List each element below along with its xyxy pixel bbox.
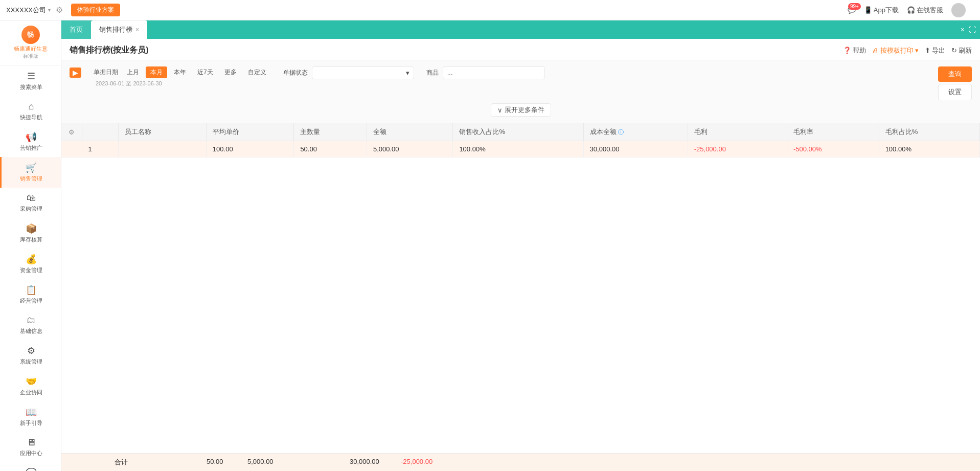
- sidebar-item-wechat[interactable]: 💬 企业微信: [0, 462, 61, 471]
- sidebar-label-app-center: 应用中心: [20, 450, 42, 457]
- sidebar-label-system: 系统管理: [20, 358, 42, 366]
- table-header-row: ⚙ 员工名称 平均单价 主数量 全额 销售收入占比% 成本全额 ⓘ 毛利 毛利率…: [61, 123, 980, 141]
- date-tab-more[interactable]: 更多: [220, 66, 241, 78]
- operation-icon: 📋: [26, 284, 37, 296]
- cost-amount-info-icon[interactable]: ⓘ: [618, 129, 624, 135]
- filter-toggle-icon[interactable]: ▶: [70, 68, 81, 78]
- cooperation-icon: 🤝: [26, 376, 37, 387]
- app-center-icon: 🖥: [27, 437, 36, 448]
- cell-settings: [61, 141, 82, 158]
- company-selector[interactable]: XXXXXX公司 ▾: [6, 6, 51, 15]
- top-bar-right: 💬 99+ 📱 App下载 🎧 在线客服: [848, 3, 974, 17]
- col-gross-pct: 毛利占比%: [879, 123, 979, 141]
- table-footer: 合计 50.00 5,000.00 30,000.00 -25,000.00: [61, 453, 980, 471]
- date-tab-last-month[interactable]: 上月: [122, 66, 144, 78]
- gear-icon[interactable]: ⚙: [56, 5, 63, 15]
- col-rank: [82, 123, 119, 141]
- export-action[interactable]: ⬆ 导出: [925, 46, 945, 55]
- sidebar-item-marketing[interactable]: 📢 营销推广: [0, 126, 61, 157]
- sidebar-item-purchase[interactable]: 🛍 采购管理: [0, 188, 61, 218]
- guide-icon: 📖: [26, 407, 37, 418]
- date-tab-7days[interactable]: 近7天: [193, 66, 218, 78]
- top-bar: XXXXXX公司 ▾ ⚙ 体验行业方案 💬 99+ 📱 App下载 🎧 在线客服: [0, 0, 980, 20]
- avatar[interactable]: [951, 3, 966, 17]
- date-tab-this-month[interactable]: 本月: [146, 66, 167, 78]
- sidebar: 畅 畅康通好生意 标准版 ☰ 搜索菜单 ⌂ 快捷导航 📢 营销推广 🛒 销售管理…: [0, 20, 61, 471]
- sidebar-label-sales: 销售管理: [20, 175, 42, 183]
- export-label: 导出: [932, 46, 945, 55]
- sidebar-item-basic-info[interactable]: 🗂 基础信息: [0, 310, 61, 340]
- sidebar-item-sales[interactable]: 🛒 销售管理: [0, 157, 61, 188]
- expand-label: 展开更多条件: [505, 105, 544, 115]
- date-tab-custom[interactable]: 自定义: [243, 66, 271, 78]
- col-main-qty: 主数量: [294, 123, 367, 141]
- tab-home[interactable]: 首页: [61, 20, 91, 39]
- refresh-icon: ↻: [951, 47, 957, 54]
- window-expand-icon[interactable]: ⛶: [969, 26, 976, 34]
- app-download-label: App下载: [874, 6, 899, 15]
- refresh-action[interactable]: ↻ 刷新: [951, 46, 972, 55]
- status-filter-group: 单据状态 ▾: [283, 66, 414, 79]
- settings-button[interactable]: 设置: [938, 84, 972, 100]
- message-icon-wrap[interactable]: 💬 99+: [848, 6, 856, 14]
- goods-input-placeholder: ...: [447, 69, 453, 77]
- search-menu-icon: ☰: [27, 71, 35, 82]
- sidebar-item-guide[interactable]: 📖 新手引导: [0, 401, 61, 432]
- footer-rank: [88, 458, 108, 467]
- sidebar-item-finance[interactable]: 💰 资金管理: [0, 249, 61, 279]
- date-tab-this-year[interactable]: 本年: [169, 66, 191, 78]
- date-filter-row: 单据日期 上月 本月 本年 近7天 更多 自定义: [94, 66, 271, 78]
- sidebar-item-inventory[interactable]: 📦 库存核算: [0, 218, 61, 249]
- status-select[interactable]: ▾: [312, 66, 414, 79]
- window-close-icon[interactable]: ×: [961, 26, 965, 34]
- help-action[interactable]: ❓ 帮助: [843, 46, 866, 55]
- sidebar-item-app-center[interactable]: 🖥 应用中心: [0, 432, 61, 462]
- col-settings[interactable]: ⚙: [61, 123, 82, 141]
- date-range-text: 2023-06-01 至 2023-06-30: [96, 80, 162, 86]
- sidebar-label-operation: 经营管理: [20, 297, 42, 305]
- export-icon: ⬆: [925, 47, 930, 54]
- goods-input[interactable]: ...: [443, 66, 545, 79]
- cell-cost-amount: 30,000.00: [583, 141, 688, 158]
- sidebar-item-search-orders[interactable]: ☰ 搜索菜单: [0, 65, 61, 96]
- logo-sub: 标准版: [23, 53, 38, 60]
- page-title: 销售排行榜(按业务员): [70, 45, 149, 56]
- expand-row: ∨ 展开更多条件: [70, 100, 972, 117]
- refresh-label: 刷新: [959, 46, 972, 55]
- tab-close-icon[interactable]: ×: [135, 26, 139, 33]
- cell-rank: 1: [82, 141, 119, 158]
- date-filter-group: 单据日期 上月 本月 本年 近7天 更多 自定义 2023-06-0: [94, 66, 271, 87]
- sidebar-item-operation[interactable]: 📋 经营管理: [0, 279, 61, 310]
- sidebar-label-cooperation: 企业协同: [20, 389, 42, 396]
- print-action[interactable]: 🖨 按模板打印 ▾: [872, 46, 919, 55]
- sidebar-label-quick-nav: 快捷导航: [20, 114, 42, 121]
- trial-button[interactable]: 体验行业方案: [71, 4, 120, 16]
- col-cost-amount: 成本全额 ⓘ: [583, 123, 688, 141]
- sales-ranking-tab-label: 销售排行榜: [99, 25, 132, 34]
- print-label: 按模板打印: [880, 46, 914, 55]
- date-filter-label: 单据日期: [94, 68, 118, 77]
- expand-conditions-button[interactable]: ∨ 展开更多条件: [491, 103, 551, 117]
- sidebar-logo: 畅 畅康通好生意 标准版: [0, 20, 61, 65]
- col-avg-price: 平均单价: [206, 123, 294, 141]
- sidebar-item-cooperation[interactable]: 🤝 企业协同: [0, 371, 61, 401]
- message-badge: 99+: [848, 3, 861, 10]
- sidebar-item-system[interactable]: ⚙ 系统管理: [0, 340, 61, 371]
- home-icon: ⌂: [29, 101, 34, 112]
- col-sales-pct: 销售收入占比%: [453, 123, 583, 141]
- sidebar-item-quick-nav[interactable]: ⌂ 快捷导航: [0, 96, 61, 126]
- help-label: 帮助: [853, 46, 866, 55]
- tab-sales-ranking[interactable]: 销售排行榜 ×: [91, 20, 147, 39]
- status-filter-label: 单据状态: [283, 69, 308, 77]
- column-settings-icon[interactable]: ⚙: [69, 128, 75, 136]
- wechat-icon: 💬: [26, 467, 37, 471]
- date-range-display: 2023-06-01 至 2023-06-30: [94, 79, 271, 87]
- page-header: 销售排行榜(按业务员) ❓ 帮助 🖨 按模板打印 ▾ ⬆ 导出: [61, 39, 980, 60]
- app-download-link[interactable]: 📱 App下载: [864, 6, 899, 15]
- online-service-link[interactable]: 🎧 在线客服: [907, 6, 943, 15]
- sidebar-label-finance: 资金管理: [20, 266, 42, 274]
- logo-icon: 畅: [21, 26, 40, 44]
- system-icon: ⚙: [27, 345, 35, 356]
- cell-avg-price: 100.00: [206, 141, 294, 158]
- query-button[interactable]: 查询: [938, 66, 972, 82]
